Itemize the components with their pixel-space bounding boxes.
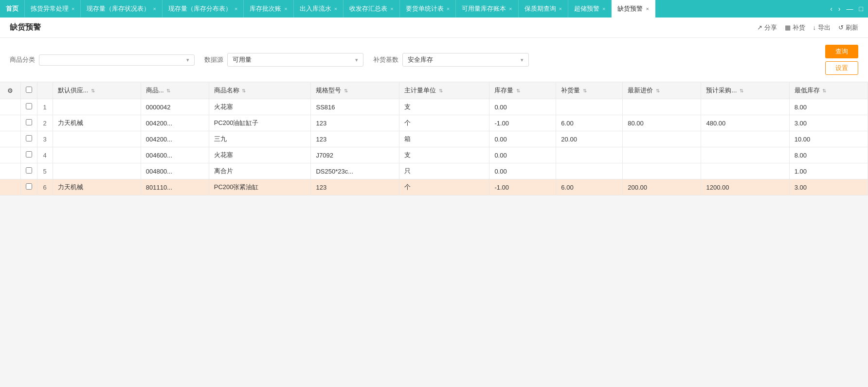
tab-close-icon-shortage[interactable]: × <box>646 6 649 12</box>
unit-cell: 支 <box>399 99 489 115</box>
tab-item-stock2[interactable]: 现存量（库存分布表）× <box>163 0 244 18</box>
sort-icon-price: ⇅ <box>656 88 660 93</box>
tab-item-pick[interactable]: 拣货异常处理× <box>25 0 81 18</box>
export-icon: ↓ <box>813 24 816 31</box>
tab-close-icon-order[interactable]: × <box>447 6 450 12</box>
th-estimated-purchase[interactable]: 预计采购... ⇅ <box>701 82 789 99</box>
tab-label-expire: 保质期查询 <box>524 4 556 13</box>
datasource-label: 数据源 <box>204 55 223 64</box>
tab-item-flow[interactable]: 出入库流水× <box>294 0 344 18</box>
tab-close-icon-stock1[interactable]: × <box>153 6 156 12</box>
th-stock-qty[interactable]: 库存量 ⇅ <box>489 82 556 99</box>
row-number: 1 <box>37 99 53 115</box>
row-number: 5 <box>37 163 53 179</box>
tab-close-icon-expire[interactable]: × <box>559 6 562 12</box>
category-select[interactable]: ▾ <box>39 54 195 66</box>
tab-close-icon-overstock[interactable]: × <box>602 6 605 12</box>
select-all-checkbox[interactable] <box>26 87 32 93</box>
estimated-purchase-cell <box>701 99 789 115</box>
export-button[interactable]: ↓ 导出 <box>813 23 831 32</box>
tab-item-summary[interactable]: 收发存汇总表× <box>344 0 399 18</box>
shortage-table: ⚙ 默认供应... ⇅ 商品... ⇅ 商品名称 ⇅ <box>0 82 868 195</box>
tab-close-icon-batch[interactable]: × <box>284 6 287 12</box>
category-filter-group: 商品分类 ▾ <box>10 54 195 66</box>
product-name-cell: 离合片 <box>209 163 311 179</box>
tab-item-shortage[interactable]: 缺货预警× <box>612 0 655 18</box>
row-checkbox[interactable] <box>26 167 32 174</box>
tab-close-icon-flow[interactable]: × <box>334 6 337 12</box>
restock-base-filter-group: 补货基数 安全库存 ▾ <box>373 53 529 67</box>
tab-item-batch[interactable]: 库存批次账× <box>244 0 293 18</box>
category-label: 商品分类 <box>10 55 35 64</box>
row-settings-cell <box>0 163 20 179</box>
sort-icon-spec: ⇅ <box>344 88 348 93</box>
tab-label-avail: 可用量库存账本 <box>462 4 506 13</box>
tab-minimize-button[interactable]: — <box>844 3 856 15</box>
row-checkbox[interactable] <box>26 103 32 109</box>
tab-nav-buttons: ‹ › — □ <box>827 3 868 15</box>
latest-price-cell <box>623 131 701 147</box>
unit-cell: 个 <box>399 115 489 131</box>
chevron-down-icon-3: ▾ <box>521 57 524 63</box>
th-unit[interactable]: 主计量单位 ⇅ <box>399 82 489 99</box>
th-min-stock[interactable]: 最低库存 ⇅ <box>789 82 868 99</box>
tab-item-avail[interactable]: 可用量库存账本× <box>456 0 518 18</box>
restock-qty-cell: 6.00 <box>556 115 623 131</box>
tab-prev-button[interactable]: ‹ <box>827 3 835 15</box>
tab-close-icon-avail[interactable]: × <box>509 6 512 12</box>
default-supplier-cell: 力天机械 <box>53 179 141 195</box>
restock-qty-cell <box>556 99 623 115</box>
th-product-code[interactable]: 商品... ⇅ <box>141 82 209 99</box>
product-name-cell: 三九 <box>209 131 311 147</box>
th-restock-qty[interactable]: 补货量 ⇅ <box>556 82 623 99</box>
datasource-value: 可用量 <box>233 55 252 64</box>
tab-item-overstock[interactable]: 超储预警× <box>568 0 612 18</box>
tab-maximize-button[interactable]: □ <box>856 3 866 15</box>
query-button[interactable]: 查询 <box>825 45 858 58</box>
row-checkbox[interactable] <box>26 151 32 158</box>
refresh-icon: ↺ <box>838 24 844 31</box>
th-settings[interactable]: ⚙ <box>0 82 20 99</box>
tab-close-icon-stock2[interactable]: × <box>235 6 237 12</box>
tab-close-icon-summary[interactable]: × <box>390 6 393 12</box>
unit-cell: 只 <box>399 163 489 179</box>
row-checkbox-cell <box>20 99 37 115</box>
th-spec[interactable]: 规格型号 ⇅ <box>311 82 399 99</box>
row-checkbox-cell <box>20 147 37 163</box>
datasource-select[interactable]: 可用量 ▾ <box>227 53 363 67</box>
page-header: 缺货预警 ↗ 分享 ▦ 补货 ↓ 导出 ↺ 刷新 <box>0 18 868 38</box>
restock-base-label: 补货基数 <box>373 55 398 64</box>
tab-label-home: 首页 <box>6 4 18 13</box>
sort-icon-min-stock: ⇅ <box>822 88 826 93</box>
settings-button[interactable]: 设置 <box>825 61 858 75</box>
row-checkbox[interactable] <box>26 135 32 141</box>
th-latest-price[interactable]: 最新进价 ⇅ <box>623 82 701 99</box>
sort-icon-supplier: ⇅ <box>91 88 95 93</box>
tab-close-icon-pick[interactable]: × <box>72 6 74 12</box>
row-checkbox[interactable] <box>26 183 32 190</box>
chevron-down-icon-2: ▾ <box>355 57 358 63</box>
tab-item-stock1[interactable]: 现存量（库存状况表）× <box>81 0 162 18</box>
row-checkbox-cell <box>20 131 37 147</box>
table-row: 5004800...离合片DS250*23c...只0.001.00 <box>0 163 868 179</box>
th-default-supplier[interactable]: 默认供应... ⇅ <box>53 82 141 99</box>
min-stock-cell: 8.00 <box>789 147 868 163</box>
tab-item-order[interactable]: 要货单统计表× <box>400 0 456 18</box>
min-stock-cell: 1.00 <box>789 163 868 179</box>
spec-cell: SS816 <box>311 99 399 115</box>
row-checkbox-cell <box>20 115 37 131</box>
th-checkbox[interactable] <box>20 82 37 99</box>
restock-qty-cell: 20.00 <box>556 131 623 147</box>
share-button[interactable]: ↗ 分享 <box>757 23 777 32</box>
page-title: 缺货预警 <box>10 22 41 33</box>
latest-price-cell <box>623 147 701 163</box>
row-checkbox[interactable] <box>26 119 32 125</box>
th-product-name[interactable]: 商品名称 ⇅ <box>209 82 311 99</box>
tab-item-home[interactable]: 首页 <box>0 0 25 18</box>
restock-button[interactable]: ▦ 补货 <box>785 23 805 32</box>
tab-item-expire[interactable]: 保质期查询× <box>519 0 568 18</box>
restock-qty-cell: 6.00 <box>556 179 623 195</box>
restock-base-select[interactable]: 安全库存 ▾ <box>402 53 529 67</box>
tab-next-button[interactable]: › <box>835 3 844 15</box>
refresh-button[interactable]: ↺ 刷新 <box>838 23 858 32</box>
